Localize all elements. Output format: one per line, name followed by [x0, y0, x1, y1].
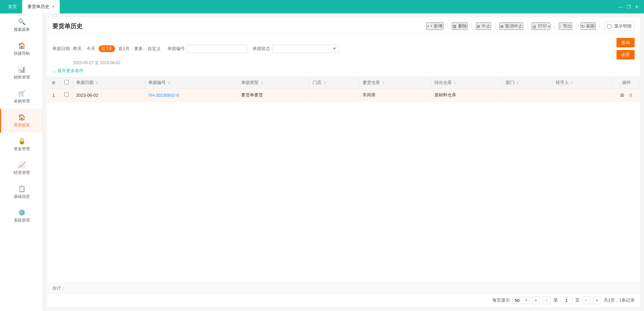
export-button[interactable]: ↑ 导出 [559, 23, 573, 30]
doc-no-label: 单据编号 [167, 46, 185, 52]
doc-no-link[interactable]: YH-20230602-0 [148, 93, 179, 98]
col-date: 单据日期 ⇅ [72, 77, 145, 89]
refresh-button[interactable]: ↻ 刷新 [581, 23, 596, 30]
sidebar-item-sales[interactable]: 📊 销售管理 [0, 61, 43, 85]
view-op-btn[interactable]: ⊞ [619, 91, 626, 99]
query-button[interactable]: 查询 [616, 38, 635, 47]
more-op-btn[interactable]: ⁞⁞ [627, 91, 634, 99]
table-header-row: ⚙ 单据日期 ⇅ 单据编号 ⇅ [47, 77, 640, 89]
finance-icon: 🔒 [18, 137, 25, 145]
print-icon: 🖨 [532, 24, 537, 29]
sort-dept-icon[interactable]: ⇅ [516, 81, 519, 85]
page-number-input[interactable] [560, 297, 573, 304]
prev-page-btn[interactable]: ‹ [543, 296, 551, 304]
doc-no-input[interactable] [187, 45, 247, 53]
close-tab-icon[interactable]: × [52, 4, 54, 9]
row-to-warehouse: 原材料仓库 [431, 89, 502, 102]
sales-icon: 📊 [18, 66, 25, 73]
date-range-text: 2023-05-27 至 2023-06-02 [73, 60, 635, 66]
first-page-btn[interactable]: « [532, 296, 540, 304]
delete-button[interactable]: 🗑 删除 [452, 23, 468, 30]
next-page-btn[interactable]: › [582, 296, 590, 304]
basic-info-icon: 📋 [18, 185, 25, 192]
row-handler [552, 89, 613, 102]
date-1month[interactable]: 近1月 [117, 45, 131, 52]
date-custom[interactable]: 自定义 [146, 45, 162, 52]
show-detail-checkbox[interactable] [607, 24, 611, 29]
status-select[interactable] [272, 45, 339, 53]
row-checkbox[interactable] [64, 92, 69, 97]
divider7 [600, 24, 600, 29]
divider [447, 24, 448, 29]
settings-button[interactable]: 设置 [616, 50, 635, 59]
table-footer: 合计： [47, 283, 640, 293]
col-doc-no: 单据编号 ⇅ [145, 77, 237, 89]
plus-icon: + [427, 24, 430, 29]
sidebar-item-management[interactable]: 📈 经营管理 [0, 157, 43, 180]
date-yesterday[interactable]: 昨天 [72, 45, 83, 52]
date-7days[interactable]: 近7天 [99, 45, 115, 52]
col-department: 部门 ⇅ [502, 77, 552, 89]
sidebar-item-quick-nav[interactable]: 🏠 快捷导航 [0, 37, 43, 61]
content-area: 要货单历史 + + 新增 🗑 删除 ⊗ 中止 [43, 13, 644, 311]
sort-store-icon[interactable]: ⇅ [323, 81, 326, 85]
doc-no-filter: 单据编号 [167, 45, 247, 53]
pagination-area: 每页显示 50 10 20 100 « ‹ 第 页 › » 共1页，1条记录 [47, 293, 640, 307]
purchase-icon: 🛒 [18, 90, 25, 97]
tab-home[interactable]: 首页 [3, 0, 22, 13]
last-page-btn[interactable]: » [593, 296, 601, 304]
sidebar-item-basic-info[interactable]: 📋 基础信息 [0, 180, 43, 204]
date-more[interactable]: 更多 [133, 45, 144, 52]
inventory-icon: 🏠 [18, 114, 25, 121]
sort-docno-icon[interactable]: ⇅ [167, 81, 170, 85]
row-department [502, 89, 552, 102]
stop-button[interactable]: ⊗ 中止 [476, 23, 491, 30]
sort-fromwh-icon[interactable]: ⇅ [382, 81, 385, 85]
col-checkbox [60, 77, 72, 89]
sidebar-item-inventory[interactable]: 🏠 库存核算 [0, 109, 43, 133]
table-row[interactable]: 1 2023-06-02 YH-20230602-0 要货单要货 车间库 [47, 89, 640, 102]
page-size-label: 每页显示 [492, 297, 510, 303]
minimize-btn[interactable]: — [619, 4, 623, 9]
tab-bar: 首页 要货单历史 × [3, 0, 619, 13]
sort-doctype-icon[interactable]: ⇅ [261, 81, 263, 85]
divider2 [472, 24, 472, 29]
col-store: 门店 ⇅ [309, 77, 359, 89]
select-all-checkbox[interactable] [64, 80, 69, 84]
close-btn[interactable]: ✕ [635, 4, 639, 9]
status-label: 单据状态 [253, 46, 270, 52]
cancel-stop-button[interactable]: ⊗ 取消中止 [499, 23, 523, 30]
new-button[interactable]: + + 新增 [426, 23, 443, 30]
sidebar-item-search[interactable]: 🔍 搜索菜单 [0, 13, 43, 37]
export-icon: ↑ [559, 24, 562, 29]
page-header: 要货单历史 + + 新增 🗑 删除 ⊗ 中止 [47, 17, 640, 34]
toolbar: + + 新增 🗑 删除 ⊗ 中止 ⊗ [426, 21, 635, 31]
table-area: ⚙ 单据日期 ⇅ 单据编号 ⇅ [47, 77, 640, 283]
show-detail-toggle[interactable]: 显示明细 [604, 21, 635, 31]
main-layout: 🔍 搜索菜单 🏠 快捷导航 📊 销售管理 🛒 采购管理 🏠 库存核算 🔒 资金管… [0, 13, 644, 311]
window-controls: — ❐ ✕ [619, 4, 644, 9]
page-size-select[interactable]: 50 10 20 100 [513, 297, 529, 304]
status-filter: 单据状态 [253, 45, 339, 53]
row-date: 2023-06-02 [72, 89, 145, 102]
expand-more-btn[interactable]: ⌄ 展开更多条件 [52, 68, 635, 74]
restore-btn[interactable]: ❐ [627, 4, 631, 9]
sort-towh-icon[interactable]: ⇅ [453, 81, 456, 85]
date-today[interactable]: 今天 [85, 45, 97, 52]
row-ops: ⊞ ⁞⁞ [613, 89, 640, 102]
sidebar-item-finance[interactable]: 🔒 资金管理 [0, 133, 43, 157]
print-button[interactable]: 🖨 打印 ▾ [532, 23, 550, 30]
row-from-warehouse: 车间库 [359, 89, 431, 102]
sidebar-item-purchase[interactable]: 🛒 采购管理 [0, 85, 43, 109]
top-bar: 首页 要货单历史 × — ❐ ✕ [0, 0, 644, 13]
sort-date-icon[interactable]: ⇅ [95, 81, 98, 85]
tab-purchase-history[interactable]: 要货单历史 × [22, 0, 60, 13]
cancel-stop-icon: ⊗ [500, 24, 504, 29]
row-doc-no[interactable]: YH-20230602-0 [145, 89, 237, 102]
settings-col-icon[interactable]: ⚙ [52, 80, 56, 85]
divider6 [576, 24, 577, 29]
sidebar-item-system[interactable]: ⚙️ 系统管理 [0, 204, 43, 228]
sort-handler-icon[interactable]: ⇅ [571, 81, 573, 85]
row-index: 1 [47, 89, 60, 102]
date-filter-label: 单据日期 [52, 46, 70, 52]
